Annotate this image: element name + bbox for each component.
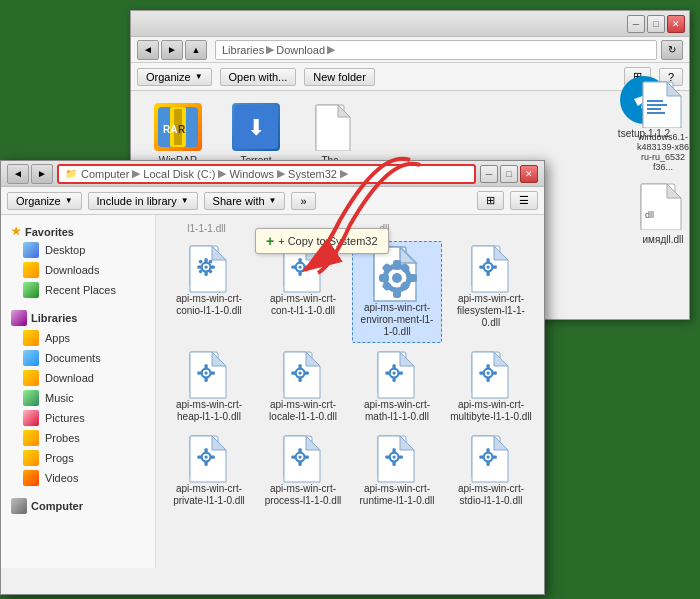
front-details-btn[interactable]: ☰ — [510, 191, 538, 210]
back-right-extras: windows6.1-k483139-x86 ru-ru_6532 f36...… — [628, 80, 698, 245]
file-item-multibyte[interactable]: api-ms-win-crt-multibyte-l1-1-0.dll — [446, 347, 536, 427]
file-item-environ[interactable]: api-ms-win-crt-environ-ment-l1-1-0.dll — [352, 241, 442, 343]
sidebar-item-downloads-fav[interactable]: Downloads — [5, 260, 151, 280]
svg-rect-40 — [298, 258, 301, 262]
sidebar-item-probes[interactable]: Probes — [5, 428, 151, 448]
back-win-controls: ─ □ ✕ — [627, 15, 685, 33]
svg-marker-68 — [212, 352, 226, 366]
file-label-private: api-ms-win-crt-private-l1-1-0.dll — [168, 483, 250, 507]
winrar-icon: RA R — [154, 103, 202, 151]
front-maximize-btn[interactable]: □ — [500, 165, 518, 183]
back-newfolder-btn[interactable]: New folder — [304, 68, 375, 86]
front-include-btn[interactable]: Include in library ▼ — [88, 192, 198, 210]
sidebar-item-pictures[interactable]: Pictures — [5, 408, 151, 428]
file-item-runtime[interactable]: api-ms-win-crt-runtime-l1-1-0.dll — [352, 431, 442, 511]
svg-point-26 — [204, 265, 207, 268]
front-back-btn[interactable]: ◄ — [7, 164, 29, 184]
sidebar-item-download[interactable]: Download — [5, 368, 151, 388]
svg-point-115 — [298, 455, 301, 458]
front-address-bar[interactable]: 📁 Computer ▶ Local Disk (C:) ▶ Windows ▶… — [57, 164, 476, 184]
svg-rect-28 — [204, 272, 207, 276]
svg-rect-82 — [291, 371, 295, 374]
file-item-math[interactable]: api-ms-win-crt-math-l1-1-0.dll — [352, 347, 442, 427]
svg-point-70 — [204, 371, 207, 374]
sidebar-item-desktop[interactable]: Desktop — [5, 240, 151, 260]
addr-crumb-1: Libraries — [222, 44, 264, 56]
front-view-toggle[interactable]: ⊞ — [477, 191, 504, 210]
svg-rect-116 — [298, 448, 301, 452]
sidebar-item-videos[interactable]: Videos — [5, 468, 151, 488]
file-item-heap[interactable]: api-ms-win-crt-heap-l1-1-0.dll — [164, 347, 254, 427]
apps-folder-icon — [23, 330, 39, 346]
download-icon — [23, 370, 39, 386]
list-item[interactable]: RA R WinRAR — [143, 103, 213, 166]
file-item-filesystem[interactable]: api-ms-win-crt-filesystem-l1-1-0.dll — [446, 241, 536, 343]
svg-rect-90 — [392, 378, 395, 382]
progs-icon — [23, 450, 39, 466]
windows-file-label: windows6.1-k483139-x86 ru-ru_6532 f36... — [633, 132, 693, 172]
svg-point-79 — [298, 371, 301, 374]
svg-rect-101 — [493, 371, 497, 374]
sidebar-item-music[interactable]: Music — [5, 388, 151, 408]
back-organize-btn[interactable]: Organize ▼ — [137, 68, 212, 86]
sidebar-item-documents[interactable]: Documents — [5, 348, 151, 368]
sidebar-item-apps[interactable]: Apps — [5, 328, 151, 348]
dll-ru-icon: dll — [639, 182, 687, 230]
sidebar-computer-section: Computer — [5, 496, 151, 516]
pictures-icon — [23, 410, 39, 426]
back-nav-back[interactable]: ◄ — [137, 40, 159, 60]
back-nav-up[interactable]: ▲ — [185, 40, 207, 60]
svg-marker-59 — [494, 246, 508, 260]
front-titlebar: ◄ ► 📁 Computer ▶ Local Disk (C:) ▶ Windo… — [1, 161, 544, 187]
svg-rect-128 — [399, 455, 403, 458]
svg-marker-94 — [472, 352, 508, 398]
svg-marker-46 — [400, 247, 416, 263]
svg-rect-49 — [393, 260, 401, 270]
copy-tooltip-text: + Copy to System32 — [278, 235, 377, 247]
front-sidebar: ★ Favorites Desktop Downloads Recent Pla… — [1, 215, 156, 568]
front-minimize-btn[interactable]: ─ — [480, 165, 498, 183]
svg-point-88 — [392, 371, 395, 374]
file-item-process[interactable]: api-ms-win-crt-process-l1-1-0.dll — [258, 431, 348, 511]
list-item[interactable]: ⬇ Torrent — [221, 103, 291, 166]
sidebar-item-recent[interactable]: Recent Places — [5, 280, 151, 300]
front-toolbar: Organize ▼ Include in library ▼ Share wi… — [1, 187, 544, 215]
sidebar-item-progs[interactable]: Progs — [5, 448, 151, 468]
front-forward-btn[interactable]: ► — [31, 164, 53, 184]
back-address-path[interactable]: Libraries ▶ Download ▶ — [215, 40, 657, 60]
file-label-math: api-ms-win-crt-math-l1-1-0.dll — [356, 399, 438, 423]
front-organize-btn[interactable]: Organize ▼ — [7, 192, 82, 210]
front-nav-btns: ◄ ► — [7, 164, 53, 184]
file-item-stdio[interactable]: api-ms-win-crt-stdio-l1-1-0.dll — [446, 431, 536, 511]
back-refresh[interactable]: ↻ — [661, 40, 683, 60]
front-close-btn[interactable]: ✕ — [520, 165, 538, 183]
file-item-locale[interactable]: api-ms-win-crt-locale-l1-1-0.dll — [258, 347, 348, 427]
file-item-conio[interactable]: api-ms-win-crt-conio-l1-1-0.dll — [164, 241, 254, 343]
svg-marker-85 — [378, 352, 414, 398]
back-nav-forward[interactable]: ► — [161, 40, 183, 60]
downloads-icon — [23, 262, 39, 278]
svg-rect-119 — [305, 455, 309, 458]
svg-marker-112 — [284, 436, 320, 482]
svg-marker-131 — [494, 436, 508, 450]
list-item[interactable]: dll имядll.dll — [628, 182, 698, 245]
file-item-private[interactable]: api-ms-win-crt-private-l1-1-0.dll — [164, 431, 254, 511]
dll-ru-label: имядll.dll — [643, 234, 684, 245]
back-minimize-btn[interactable]: ─ — [627, 15, 645, 33]
list-item[interactable]: Thc... — [299, 103, 369, 166]
file-item-con-t[interactable]: api-ms-win-crt-con-t-l1-1-0.dll — [258, 241, 348, 343]
back-maximize-btn[interactable]: □ — [647, 15, 665, 33]
front-more-btn[interactable]: » — [291, 192, 315, 210]
front-share-btn[interactable]: Share with ▼ — [204, 192, 286, 210]
file-label-environ: api-ms-win-crt-environ-ment-l1-1-0.dll — [357, 302, 437, 338]
copy-to-system32-tooltip[interactable]: + + Copy to System32 — [255, 228, 389, 254]
file-label-stdio: api-ms-win-crt-stdio-l1-1-0.dll — [450, 483, 532, 507]
front-file-list[interactable]: l1-1-1.dll dll — [156, 215, 544, 568]
list-item[interactable]: windows6.1-k483139-x86 ru-ru_6532 f36... — [628, 80, 698, 172]
back-close-btn[interactable]: ✕ — [667, 15, 685, 33]
back-openwith-btn[interactable]: Open with... — [220, 68, 297, 86]
svg-rect-15 — [647, 104, 667, 106]
back-address-bar[interactable]: ◄ ► ▲ Libraries ▶ Download ▶ ↻ — [131, 37, 689, 63]
svg-marker-13 — [667, 82, 681, 96]
svg-rect-127 — [385, 455, 389, 458]
